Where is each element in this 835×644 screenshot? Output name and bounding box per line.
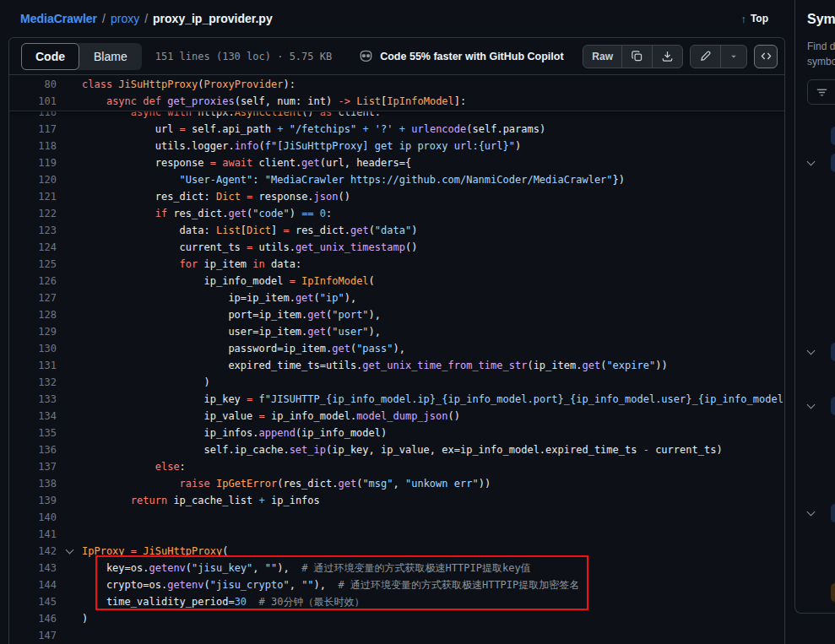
symbol-row[interactable] (795, 504, 835, 522)
toolbar-actions: Raw (583, 45, 778, 68)
code-text: ip_info_model = IpInfoModel( (82, 273, 375, 290)
collapse-chevron-icon[interactable] (57, 549, 82, 553)
symbols-panel-toggle-button[interactable] (754, 45, 778, 68)
tab-code[interactable]: Code (21, 43, 79, 70)
line-number-120[interactable]: 120 (9, 171, 57, 188)
line-number-140[interactable]: 140 (9, 509, 57, 526)
symbol-row[interactable] (795, 343, 835, 361)
symbol-kind-chip (831, 127, 835, 145)
code-line-137: 137 else: (9, 458, 784, 475)
line-number-117[interactable]: 117 (9, 121, 57, 138)
code-line-134: 134 ip_value = ip_info_model.model_dump_… (9, 408, 784, 425)
copy-button[interactable] (621, 46, 652, 68)
line-number-143[interactable]: 143 (9, 560, 57, 576)
line-number-129[interactable]: 129 (9, 323, 57, 340)
code-line-80: 80class JiSuHttpProxy(ProxyProvider): (9, 76, 784, 93)
code-line-131: 131 expired_time_ts=utils.get_unix_time_… (9, 357, 784, 374)
line-number-119[interactable]: 119 (9, 154, 57, 171)
chevron-down-icon (729, 52, 738, 61)
line-number-131[interactable]: 131 (9, 357, 57, 374)
line-number-123[interactable]: 123 (9, 222, 57, 239)
download-button[interactable] (652, 46, 682, 68)
line-number-116[interactable]: 116 (9, 111, 57, 121)
code-line-127: 127 ip=ip_item.get("ip"), (9, 290, 784, 306)
line-number-141[interactable]: 141 (9, 526, 57, 543)
symbols-panel-content: Symbols Find definitions and references … (795, 0, 835, 105)
code-line-130: 130 password=ip_item.get("pass"), (9, 340, 784, 357)
code-line-117: 117 url = self.api_path + "/fetchips" + … (9, 121, 784, 138)
line-number-101[interactable]: 101 (9, 93, 57, 110)
copilot-banner: Code 55% faster with GitHub Copilot (359, 49, 563, 63)
code-line-120: 120 "User-Agent": "MediaCrawler https://… (9, 171, 784, 188)
line-number-130[interactable]: 130 (9, 340, 57, 357)
line-number-126[interactable]: 126 (9, 273, 57, 290)
symbol-row[interactable] (795, 127, 835, 145)
line-number-147[interactable]: 147 (9, 627, 57, 644)
line-number-133[interactable]: 133 (9, 391, 57, 408)
edit-dropdown-button[interactable] (720, 46, 746, 68)
code-text: url = self.api_path + "/fetchips" + '?' … (82, 121, 545, 138)
line-number-145[interactable]: 145 (9, 593, 57, 610)
chevron-down-icon[interactable] (807, 158, 816, 166)
code-text: data: List[Dict] = res_dict.get("data") (82, 222, 417, 239)
line-number-121[interactable]: 121 (9, 188, 57, 205)
line-number-139[interactable]: 139 (9, 492, 57, 509)
scroll-to-top-button[interactable]: ↑ Top (740, 13, 768, 25)
chevron-down-icon[interactable] (807, 347, 816, 355)
code-lines: 117 url = self.api_path + "/fetchips" + … (9, 121, 784, 644)
edit-button[interactable] (691, 46, 720, 68)
copilot-banner-text: Code 55% faster with GitHub Copilot (380, 51, 563, 62)
code-line-116: 116 async with httpx.AsyncClient() as cl… (9, 111, 784, 121)
code-text: utils.logger.info(f"[JiSuHttpProxy] get … (82, 138, 521, 154)
code-line-122: 122 if res_dict.get("code") == 0: (9, 205, 784, 222)
line-number-122[interactable]: 122 (9, 205, 57, 222)
code-text: ip_key = f"JISUHTTP_{ip_info_model.ip}_{… (82, 391, 783, 408)
line-number-146[interactable]: 146 (9, 610, 57, 627)
symbols-filter-input[interactable] (807, 79, 835, 105)
code-text: class JiSuHttpProxy(ProxyProvider): (82, 76, 296, 93)
code-line-121: 121 res_dict: Dict = response.json() (9, 188, 784, 205)
symbol-kind-chip (831, 397, 835, 415)
line-number-134[interactable]: 134 (9, 408, 57, 425)
code-line-118: 118 utils.logger.info(f"[JiSuHttpProxy] … (9, 138, 784, 154)
code-line-125: 125 for ip_item in data: (9, 256, 784, 273)
code-line-135: 135 ip_infos.append(ip_info_model) (9, 425, 784, 441)
code-line-139: 139 return ip_cache_list + ip_infos (9, 492, 784, 509)
line-number-142[interactable]: 142 (9, 543, 57, 560)
line-number-137[interactable]: 137 (9, 458, 57, 475)
line-number-128[interactable]: 128 (9, 306, 57, 323)
line-number-135[interactable]: 135 (9, 425, 57, 441)
line-number-118[interactable]: 118 (9, 138, 57, 154)
line-number-127[interactable]: 127 (9, 290, 57, 306)
symbol-row[interactable] (795, 397, 835, 415)
code-text: "User-Agent": "MediaCrawler https://gith… (82, 171, 625, 188)
line-number-144[interactable]: 144 (9, 576, 57, 593)
code-text: async def get_proxies(self, num: int) ->… (82, 93, 466, 110)
symbol-kind-chip (831, 583, 835, 602)
code-text: expired_time_ts=utils.get_unix_time_from… (82, 357, 668, 374)
code-text: port=ip_item.get("port"), (82, 306, 381, 323)
symbol-row[interactable] (795, 583, 835, 602)
chevron-down-icon[interactable] (807, 401, 816, 409)
line-number-136[interactable]: 136 (9, 441, 57, 458)
symbol-row[interactable] (795, 154, 835, 172)
line-number-124[interactable]: 124 (9, 239, 57, 256)
line-number-138[interactable]: 138 (9, 475, 57, 492)
line-number-125[interactable]: 125 (9, 256, 57, 273)
code-text: IpProxy = JiSuHttpProxy( (82, 543, 228, 560)
code-text: return ip_cache_list + ip_infos (82, 492, 320, 509)
code-line-133: 133 ip_key = f"JISUHTTP_{ip_info_model.i… (9, 391, 784, 408)
chevron-down-icon[interactable] (807, 508, 816, 517)
tab-blame[interactable]: Blame (79, 43, 142, 70)
edit-button-group (690, 45, 747, 68)
raw-button[interactable]: Raw (583, 46, 621, 68)
line-number-80[interactable]: 80 (9, 76, 57, 93)
breadcrumb-dir-link[interactable]: proxy (111, 12, 139, 25)
line-number-132[interactable]: 132 (9, 374, 57, 391)
symbol-kind-chip (831, 504, 835, 522)
copilot-icon (359, 49, 373, 63)
code-text: ip=ip_item.get("ip"), (82, 290, 356, 306)
code-text: else: (82, 458, 186, 475)
code-line-138: 138 raise IpGetError(res_dict.get("msg",… (9, 475, 784, 492)
breadcrumb-repo-link[interactable]: MediaCrawler (20, 12, 97, 25)
